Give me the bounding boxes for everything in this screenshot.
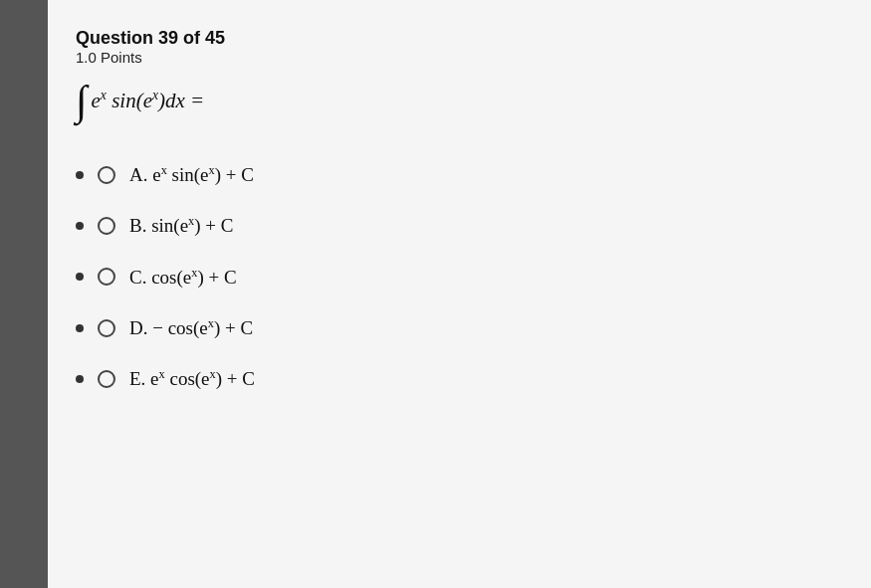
option-a[interactable]: A. ex sin(ex) + C	[76, 149, 831, 200]
option-b-text: B. sin(ex) + C	[129, 214, 234, 237]
question-header: Question 39 of 45 1.0 Points	[76, 28, 831, 76]
option-d[interactable]: D. − cos(ex) + C	[76, 302, 831, 353]
bullet-dot-e	[76, 375, 84, 383]
radio-c[interactable]	[98, 268, 115, 286]
integral-symbol: ∫	[76, 80, 88, 121]
options-list: A. ex sin(ex) + C B. sin(ex) + C C. cos(…	[76, 149, 831, 405]
question-formula: ∫ ex sin(ex)dx =	[76, 80, 831, 121]
option-a-text: A. ex sin(ex) + C	[129, 163, 254, 186]
radio-a[interactable]	[98, 166, 115, 184]
question-title: Question 39 of 45	[76, 28, 831, 49]
formula-text: ex sin(ex)dx =	[92, 88, 205, 113]
main-content: Question 39 of 45 1.0 Points ∫ ex sin(ex…	[48, 0, 871, 588]
option-d-text: D. − cos(ex) + C	[129, 316, 253, 339]
radio-e[interactable]	[98, 370, 115, 388]
question-points: 1.0 Points	[76, 49, 831, 66]
option-b[interactable]: B. sin(ex) + C	[76, 200, 831, 251]
bullet-dot-c	[76, 273, 84, 281]
option-c[interactable]: C. cos(ex) + C	[76, 252, 831, 302]
bullet-dot-a	[76, 171, 84, 179]
radio-d[interactable]	[98, 319, 115, 337]
option-e-text: E. ex cos(ex) + C	[129, 367, 255, 390]
left-sidebar	[0, 0, 48, 588]
option-c-text: C. cos(ex) + C	[129, 266, 237, 289]
bullet-dot-d	[76, 324, 84, 332]
option-e[interactable]: E. ex cos(ex) + C	[76, 353, 831, 404]
radio-b[interactable]	[98, 217, 115, 235]
bullet-dot-b	[76, 222, 84, 230]
